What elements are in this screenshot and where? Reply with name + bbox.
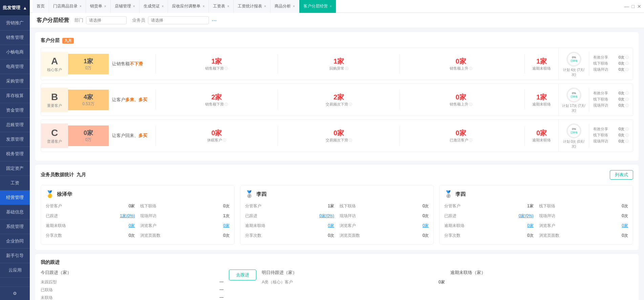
tier-stat-item: 1家回购异常 ⓘ bbox=[278, 54, 400, 74]
agent-stat-val[interactable]: 0家 bbox=[527, 223, 534, 229]
sidebar-item-zijin[interactable]: 资金管理 bbox=[0, 103, 30, 118]
agent-stat-label: 线下联络 bbox=[539, 203, 555, 209]
tier-label-a: A核心客户 bbox=[41, 52, 68, 76]
svg-point-0 bbox=[567, 52, 581, 66]
tier-row-b: B重要客户4家0.53万让客户多来、多买2家销售额下滑 ⓘ2家交易频次下滑 ⓘ0… bbox=[41, 84, 633, 116]
dept-select[interactable] bbox=[86, 16, 127, 24]
sidebar-item-gongzi[interactable]: 工资 bbox=[0, 176, 30, 190]
followup-section: 我的跟进 今日跟进（家） 未跟踪型—已联络—未联络— 去跟进 明日待跟进（家） … bbox=[35, 254, 639, 300]
info-icon[interactable]: ⓘ bbox=[625, 62, 629, 65]
sidebar-collapse-icon[interactable]: ▲ bbox=[23, 5, 27, 10]
sidebar-item-yingxiao[interactable]: 营销推广 bbox=[0, 16, 30, 30]
sidebar-item-caigou[interactable]: 采购管理 bbox=[0, 74, 30, 89]
sidebar-item-gudingzichan[interactable]: 固定资产 bbox=[0, 161, 30, 176]
sidebar-item-xinshou[interactable]: 新手引导 bbox=[0, 249, 30, 263]
sidebar-item-fapiao[interactable]: 发票管理 bbox=[0, 132, 30, 147]
tab-dianguanli[interactable]: 店铺管理× bbox=[111, 0, 139, 13]
contact-num: 1家 bbox=[528, 57, 556, 66]
info-icon[interactable]: ⓘ bbox=[625, 55, 629, 59]
info-icon[interactable]: ⓘ bbox=[469, 102, 472, 107]
agent-stat-row: 浏览客户0家 bbox=[539, 222, 628, 230]
agent-stat-row: 分享次数0次 bbox=[444, 232, 533, 239]
info-icon[interactable]: ⓘ bbox=[625, 139, 629, 143]
salesman-select[interactable] bbox=[148, 16, 209, 24]
agent-stat-val[interactable]: 0家 bbox=[328, 223, 334, 229]
info-icon[interactable]: ⓘ bbox=[625, 91, 629, 95]
sidebar-item-jingying[interactable]: 经营管理 bbox=[0, 190, 30, 205]
agent-stat-row: 现场拜访0次 bbox=[539, 212, 628, 220]
tab-close-xiaohuodan[interactable]: × bbox=[104, 4, 106, 8]
tab-gongzibiao[interactable]: 工资表× bbox=[209, 0, 234, 13]
agent-stat-val[interactable]: 1家(0%) bbox=[120, 213, 135, 219]
agent-stat-label: 分管客户 bbox=[444, 203, 460, 209]
customer-month-badge: 九月 bbox=[62, 38, 74, 44]
tier-amount-val: 0万 bbox=[85, 137, 92, 143]
dept-label: 部门 bbox=[74, 17, 83, 23]
right-stat-row: 线下联络0次 ⓘ bbox=[593, 133, 629, 138]
tab-close-dianguanli[interactable]: × bbox=[133, 4, 135, 8]
tab-close-gongzibiao[interactable]: × bbox=[227, 4, 229, 8]
agent-stat-val: 0次 bbox=[423, 213, 429, 219]
tab-home[interactable]: 首页 bbox=[33, 0, 49, 13]
goto-followup-button[interactable]: 去跟进 bbox=[229, 270, 256, 280]
sidebar-item-yun[interactable]: 云应用 bbox=[0, 263, 30, 278]
info-icon[interactable]: ⓘ bbox=[223, 138, 226, 143]
gear-icon[interactable]: ⚙ bbox=[0, 286, 30, 300]
tab-xiaohuodan[interactable]: 销货单× bbox=[86, 0, 111, 13]
info-icon[interactable]: ⓘ bbox=[349, 102, 352, 107]
tab-shengcheng[interactable]: 生成凭证× bbox=[139, 0, 168, 13]
window-close-icon[interactable]: ✕ bbox=[637, 4, 641, 9]
info-icon[interactable]: ⓘ bbox=[345, 66, 348, 71]
overdue-followup-col: 逾期未联络（家） bbox=[450, 270, 633, 278]
window-minimize-icon[interactable]: — bbox=[624, 4, 629, 9]
tab-mendian[interactable]: 门店商品目录× bbox=[49, 0, 86, 13]
info-icon[interactable]: ⓘ bbox=[349, 138, 352, 143]
window-maximize-icon[interactable]: □ bbox=[632, 4, 635, 9]
tab-gongzitongji[interactable]: 工资统计报表× bbox=[234, 0, 271, 13]
tier-right-stats-c: 有效分享0次 ⓘ线下联络0次 ⓘ现场拜访0次 ⓘ bbox=[589, 124, 633, 147]
contact-label: 逾期未联络 bbox=[528, 102, 556, 107]
sidebar-item-shuiwu[interactable]: 税务管理 bbox=[0, 147, 30, 161]
sidebar-item-kucun[interactable]: 库存核算 bbox=[0, 89, 30, 103]
info-icon[interactable]: ⓘ bbox=[224, 102, 228, 107]
agent-stat-val[interactable]: 0家 bbox=[223, 223, 230, 229]
info-icon[interactable]: ⓘ bbox=[625, 68, 629, 71]
agent-stat-val[interactable]: 0家 bbox=[423, 223, 429, 229]
tab-label-kehufenceng: 客户分层经营 bbox=[303, 3, 328, 9]
agent-stat-label: 逾期未联络 bbox=[444, 223, 465, 229]
tab-close-mendian[interactable]: × bbox=[80, 4, 82, 8]
info-icon[interactable]: ⓘ bbox=[625, 133, 629, 137]
info-icon[interactable]: ⓘ bbox=[224, 66, 228, 71]
tab-yingshoufukuan[interactable]: 应收应付调整单× bbox=[168, 0, 209, 13]
agent-stat-val[interactable]: 0家 bbox=[622, 223, 628, 229]
list-view-button[interactable]: 列表式 bbox=[610, 170, 633, 180]
sidebar-item-jichu[interactable]: 基础信息 bbox=[0, 205, 30, 220]
tab-close-yingshoufukuan[interactable]: × bbox=[202, 4, 205, 8]
agent-stat-val[interactable]: 0家 bbox=[129, 223, 135, 229]
agent-stat-val: 0次 bbox=[622, 203, 628, 209]
info-icon[interactable]: ⓘ bbox=[469, 138, 472, 143]
sidebar-item-xiaoshou[interactable]: 销售管理 bbox=[0, 30, 30, 45]
more-filter-icon[interactable]: ··· bbox=[212, 17, 217, 23]
tab-close-shengcheng[interactable]: × bbox=[162, 4, 164, 8]
tab-close-kehufenceng[interactable]: × bbox=[330, 4, 332, 8]
tab-close-gongzitongji[interactable]: × bbox=[264, 4, 266, 8]
salesman-label: 业务员 bbox=[132, 17, 145, 23]
agent-stat-row: 线下联络0次 bbox=[140, 202, 229, 210]
info-icon[interactable]: ⓘ bbox=[469, 66, 472, 71]
agent-stat-val[interactable]: 0家(0%) bbox=[319, 213, 334, 219]
sidebar-item-xiaodian[interactable]: 小畅电商 bbox=[0, 45, 30, 60]
info-icon[interactable]: ⓘ bbox=[625, 127, 629, 131]
info-icon[interactable]: ⓘ bbox=[625, 97, 629, 101]
tab-shangpinfenxi[interactable]: 商品分析× bbox=[271, 0, 299, 13]
agent-stat-val[interactable]: 0家(0%) bbox=[519, 213, 534, 219]
sidebar-item-dianshang[interactable]: 电商管理 bbox=[0, 60, 30, 74]
tab-kehufenceng[interactable]: 客户分层经营× bbox=[299, 0, 336, 13]
today-followup-row: 已联络— bbox=[41, 286, 223, 294]
tab-close-shangpinfenxi[interactable]: × bbox=[293, 4, 295, 8]
sidebar-item-xitong[interactable]: 系统管理 bbox=[0, 220, 30, 234]
sidebar-item-qiye[interactable]: 企业协同 bbox=[0, 234, 30, 249]
info-icon[interactable]: ⓘ bbox=[625, 103, 629, 107]
agent-header: 🥈李四 bbox=[245, 190, 429, 198]
sidebar-item-zhangmu[interactable]: 总账管理 bbox=[0, 118, 30, 132]
